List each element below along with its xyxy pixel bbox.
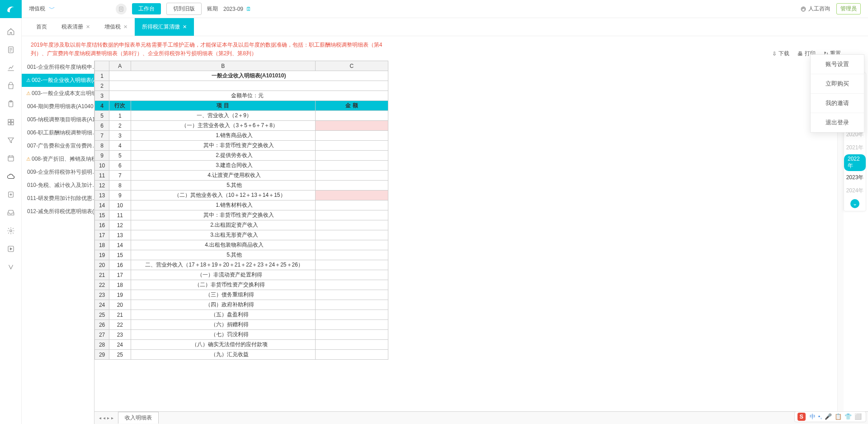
cell-B-25[interactable]: （五）盘盈利得 (131, 310, 315, 320)
cell-B-15[interactable]: 其中：非货币性资产交换收入 (131, 210, 315, 220)
cell-A-13[interactable]: 9 (109, 191, 131, 200)
tree-item-6[interactable]: 007-广告费和业务宣传费跨… (22, 139, 94, 152)
cell-A-7[interactable]: 3 (109, 131, 131, 141)
cell-C-14[interactable] (315, 200, 388, 210)
tab-3[interactable]: 所得税汇算清缴✕ (135, 18, 194, 36)
user-menu-item-0[interactable]: 账号设置 (811, 55, 864, 74)
consult-button[interactable]: 人工咨询 (800, 5, 830, 13)
cell-C-28[interactable] (315, 340, 388, 350)
year-2022年[interactable]: 2022年 (844, 154, 866, 171)
cell-A-12[interactable]: 8 (109, 181, 131, 191)
cell-C-10[interactable] (315, 161, 388, 171)
user-menu-item-3[interactable]: 退出登录 (811, 113, 864, 132)
nav-cloud-icon[interactable] (6, 172, 15, 181)
tree-item-10[interactable]: 011-研发费用加计扣除优惠… (22, 192, 94, 205)
tab-0[interactable]: 首页 (29, 18, 54, 36)
cell-C-7[interactable] (315, 131, 388, 141)
cell-C-8[interactable] (315, 141, 388, 151)
nav-grid-icon[interactable] (6, 118, 15, 127)
nav-home-icon[interactable] (6, 27, 15, 36)
ime-item-4[interactable]: 👕 (844, 413, 852, 420)
nav-chart-icon[interactable] (6, 63, 15, 72)
cell-B-28[interactable]: （八）确实无法偿付的应付款项 (131, 340, 315, 350)
tab-1[interactable]: 税表清册✕ (54, 18, 97, 36)
year-2021年[interactable]: 2021年 (846, 141, 864, 154)
cell-B-10[interactable]: 3.建造合同收入 (131, 161, 315, 171)
tree-item-9[interactable]: 010-免税、减计收入及加计… (22, 179, 94, 192)
cell-C-5[interactable] (315, 111, 388, 121)
cell-C-23[interactable] (315, 290, 388, 300)
cell-C-15[interactable] (315, 210, 388, 220)
workspace-button[interactable]: 工作台 (132, 3, 161, 14)
cell-B-27[interactable]: （七）罚没利得 (131, 330, 315, 340)
cell-A-17[interactable]: 13 (109, 230, 131, 240)
cell-C-19[interactable] (315, 250, 388, 260)
cell-A-19[interactable]: 15 (109, 250, 131, 260)
cell-A-20[interactable]: 16 (109, 260, 131, 270)
sheet-nav[interactable]: ◂◂▸▸ (94, 415, 118, 420)
close-icon[interactable]: ✕ (183, 24, 187, 30)
cell-C-26[interactable] (315, 320, 388, 330)
tree-item-7[interactable]: ⚠008-资产折旧、摊销及纳税… (22, 152, 94, 166)
cell-B-21[interactable]: （一）非流动资产处置利得 (131, 270, 315, 280)
tree-item-3[interactable]: 004-期间费用明细表(A1040… (22, 100, 94, 113)
tree-item-11[interactable]: 012-减免所得税优惠明细表(… (22, 205, 94, 218)
cell-B-18[interactable]: 4.出租包装物和商品收入 (131, 240, 315, 250)
header-circle-button[interactable] (116, 4, 127, 14)
cell-B-22[interactable]: （二）非货币性资产交换利得 (131, 280, 315, 290)
cell-C-9[interactable] (315, 151, 388, 161)
nav-doc-icon[interactable] (6, 45, 15, 54)
cell-A-29[interactable]: 25 (109, 350, 131, 360)
period-picker[interactable]: 2023-09 🗓 (223, 6, 251, 12)
cell-A-28[interactable]: 24 (109, 340, 131, 350)
nav-inbox-icon[interactable] (6, 208, 15, 217)
cell-C-11[interactable] (315, 171, 388, 181)
year-2023年[interactable]: 2023年 (846, 171, 864, 184)
spreadsheet-grid[interactable]: ABC1一般企业收入明细表(A101010)23金额单位：元4行次项 目金 额5… (94, 61, 868, 411)
ime-item-5[interactable]: ⬜ (854, 413, 862, 420)
cell-B-12[interactable]: 5.其他 (131, 181, 315, 191)
tree-item-8[interactable]: 009-企业所得税弥补亏损明… (22, 166, 94, 179)
cell-A-15[interactable]: 11 (109, 210, 131, 220)
cell-A-27[interactable]: 23 (109, 330, 131, 340)
cell-A-26[interactable]: 22 (109, 320, 131, 330)
cell-A-23[interactable]: 19 (109, 290, 131, 300)
cell-A-10[interactable]: 6 (109, 161, 131, 171)
cell-A-21[interactable]: 17 (109, 270, 131, 280)
sheet-tab[interactable]: 收入明细表 (118, 412, 159, 424)
cell-B-17[interactable]: 3.出租无形资产收入 (131, 230, 315, 240)
cell-A-16[interactable]: 12 (109, 220, 131, 230)
nav-clipboard-icon[interactable] (6, 100, 15, 109)
cell-B-19[interactable]: 5.其他 (131, 250, 315, 260)
cell-B-9[interactable]: 2.提供劳务收入 (131, 151, 315, 161)
year-2024年[interactable]: 2024年 (846, 184, 864, 197)
cell-C-18[interactable] (315, 240, 388, 250)
app-logo[interactable] (0, 0, 22, 18)
cell-C-16[interactable] (315, 220, 388, 230)
cell-C-6[interactable] (315, 121, 388, 131)
cell-C-22[interactable] (315, 280, 388, 290)
tree-item-5[interactable]: 006-职工薪酬纳税调整明细… (22, 126, 94, 139)
ime-item-0[interactable]: 中 (810, 413, 816, 420)
cell-A-11[interactable]: 7 (109, 171, 131, 181)
cell-A-18[interactable]: 14 (109, 240, 131, 250)
cell-A-8[interactable]: 4 (109, 141, 131, 151)
cell-B-20[interactable]: 二、营业外收入（17＋18＋19＋20＋21＋22＋23＋24＋25＋26） (131, 260, 315, 270)
tree-item-0[interactable]: 001-企业所得税年度纳税申… (22, 61, 94, 74)
admin-button[interactable]: 管理员 (836, 3, 861, 14)
ime-toolbar[interactable]: S 中•,🎤📋👕⬜ (794, 411, 866, 422)
cell-C-24[interactable] (315, 300, 388, 310)
download-button[interactable]: ⇩ 下载 (772, 50, 789, 57)
tree-item-1[interactable]: ⚠002-一般企业收入明细表(A1… (22, 74, 94, 87)
cell-B-6[interactable]: （一）主营业务收入（3＋5＋6＋7＋8） (131, 121, 315, 131)
nav-play-icon[interactable] (6, 244, 15, 253)
switch-old-button[interactable]: 切到旧版 (166, 3, 202, 15)
nav-export-icon[interactable] (6, 190, 15, 199)
cell-B-14[interactable]: 1.销售材料收入 (131, 200, 315, 210)
nav-calendar-icon[interactable] (6, 154, 15, 163)
nav-filter-icon[interactable] (6, 136, 15, 145)
close-icon[interactable]: ✕ (86, 24, 90, 30)
module-selector[interactable]: 增值税 ﹀ (29, 5, 110, 13)
year-more-icon[interactable]: ⌄ (850, 199, 859, 208)
cell-B-11[interactable]: 4.让渡资产使用权收入 (131, 171, 315, 181)
